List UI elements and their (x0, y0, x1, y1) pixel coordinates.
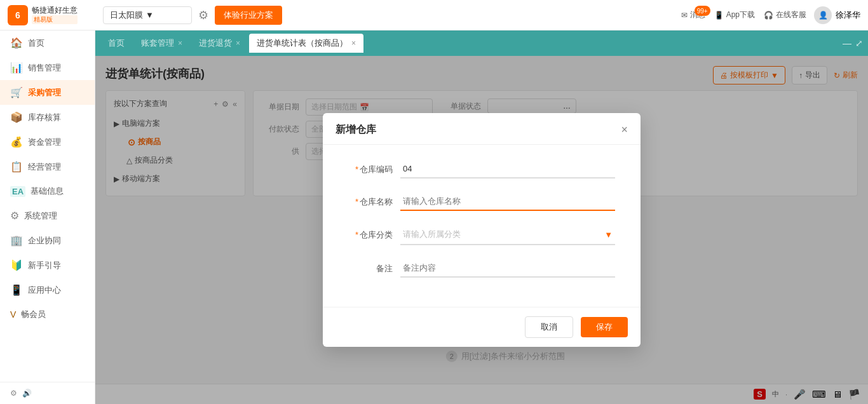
tab-returns[interactable]: 进货退货 × (191, 34, 248, 53)
sidebar-item-apps[interactable]: 📱 应用中心 (0, 278, 95, 302)
finance-icon: 💰 (10, 136, 23, 148)
modal-overlay: 新增仓库 × *仓库编码 (95, 56, 868, 404)
main-layout: 🏠 首页 📊 销售管理 🛒 采购管理 📦 库存核算 💰 资金管理 📋 经营管理 … (0, 30, 868, 404)
modal-header: 新增仓库 × (323, 113, 641, 145)
inventory-icon: 📦 (10, 111, 23, 123)
content-area: 首页 账套管理 × 进货退货 × 进货单统计表（按商品） × — ⤢ 进货单统计… (95, 30, 868, 404)
avatar: 👤 (814, 6, 832, 24)
user-area[interactable]: 👤 徐泽华 (814, 6, 860, 24)
sidebar-item-inventory[interactable]: 📦 库存核算 (0, 105, 95, 130)
sidebar-label-apps: 应用中心 (28, 285, 61, 296)
vip-icon: V (10, 309, 16, 320)
tab-returns-label: 进货退货 (199, 37, 232, 49)
message-icon-item[interactable]: ✉ 消息 99+ (681, 10, 705, 20)
sidebar-label-vip: 畅会员 (21, 309, 46, 320)
mobile-icon: 📱 (714, 11, 724, 20)
gear-icon[interactable]: ⚙ (198, 8, 208, 22)
sidebar-bottom: ⚙ 🔊 (0, 382, 95, 404)
topbar: 6 畅捷通好生意 精易版 日太阳膜 ▼ ⚙ 体验行业方案 ✉ 消息 99+ 📱 … (0, 0, 868, 30)
user-name: 徐泽华 (836, 10, 860, 21)
tab-accounts-close[interactable]: × (178, 39, 182, 48)
service-item[interactable]: 🎧 在线客服 (764, 10, 806, 20)
tab-bar: 首页 账套管理 × 进货退货 × 进货单统计表（按商品） × — ⤢ (95, 30, 868, 56)
store-selector[interactable]: 日太阳膜 ▼ (103, 6, 192, 24)
name-label: *仓库名称 (348, 196, 393, 208)
system-icon: ⚙ (10, 210, 19, 222)
category-label: *仓库分类 (348, 229, 393, 241)
tab-stats-label: 进货单统计表（按商品） (257, 37, 348, 49)
warehouse-code-input[interactable] (400, 160, 615, 178)
enterprise-icon: 🏢 (10, 234, 23, 246)
warehouse-remark-input[interactable] (400, 259, 615, 278)
home-icon: 🏠 (10, 37, 23, 49)
service-label: 在线客服 (776, 10, 806, 20)
tab-returns-close[interactable]: × (236, 39, 240, 48)
settings-bottom-icon[interactable]: ⚙ (10, 389, 17, 398)
sidebar-item-enterprise[interactable]: 🏢 企业协同 (0, 228, 95, 253)
sidebar-label-business: 经营管理 (28, 161, 61, 173)
tab-minimize-icon[interactable]: — (843, 38, 851, 48)
purchase-icon: 🛒 (10, 86, 23, 98)
tab-stats[interactable]: 进货单统计表（按商品） × (249, 34, 363, 53)
sidebar-label-guide: 新手引导 (28, 260, 61, 271)
category-dropdown-icon: ▼ (604, 230, 613, 239)
logo-badge: 精易版 (32, 15, 78, 24)
remark-label: 备注 (348, 263, 393, 274)
modal-body: *仓库编码 *仓库名称 (323, 145, 641, 307)
app-download-item[interactable]: 📱 App下载 (714, 10, 755, 20)
tab-controls: — ⤢ (843, 38, 863, 48)
modal-close-icon[interactable]: × (621, 123, 628, 137)
sidebar-label-purchase: 采购管理 (28, 87, 61, 98)
logo-area: 6 畅捷通好生意 精易版 (8, 5, 97, 25)
speaker-bottom-icon[interactable]: 🔊 (22, 389, 32, 398)
tab-expand-icon[interactable]: ⤢ (855, 38, 863, 48)
form-row-category: *仓库分类 请输入所属分类 ▼ (348, 225, 615, 245)
form-row-code: *仓库编码 (348, 160, 615, 178)
sidebar-label-finance: 资金管理 (28, 137, 61, 148)
business-icon: 📋 (10, 161, 23, 173)
tab-home[interactable]: 首页 (100, 34, 132, 53)
apps-icon: 📱 (10, 284, 23, 296)
sidebar: 🏠 首页 📊 销售管理 🛒 采购管理 📦 库存核算 💰 资金管理 📋 经营管理 … (0, 30, 95, 404)
warehouse-category-select[interactable]: 请输入所属分类 ▼ (400, 225, 615, 245)
cancel-button[interactable]: 取消 (525, 316, 573, 338)
sidebar-item-home[interactable]: 🏠 首页 (0, 30, 95, 55)
modal-footer: 取消 保存 (323, 307, 641, 347)
tab-stats-close[interactable]: × (351, 39, 356, 48)
tab-home-label: 首页 (108, 37, 125, 49)
sidebar-item-vip[interactable]: V 畅会员 (0, 302, 95, 327)
sidebar-item-sales[interactable]: 📊 销售管理 (0, 55, 95, 80)
headset-icon: 🎧 (764, 11, 773, 20)
basic-icon: EA (10, 186, 25, 197)
sidebar-label-sales: 销售管理 (28, 62, 61, 74)
tab-accounts-label: 账套管理 (141, 37, 174, 49)
save-button[interactable]: 保存 (581, 317, 628, 337)
sidebar-item-finance[interactable]: 💰 资金管理 (0, 130, 95, 154)
app-label: App下载 (726, 10, 755, 20)
sidebar-label-enterprise: 企业协同 (28, 235, 61, 246)
sidebar-label-basic: 基础信息 (31, 185, 64, 197)
sidebar-item-basic[interactable]: EA 基础信息 (0, 179, 95, 203)
sidebar-item-system[interactable]: ⚙ 系统管理 (0, 203, 95, 228)
form-row-name: *仓库名称 (348, 192, 615, 211)
logo-text: 畅捷通好生意 (32, 6, 78, 16)
sales-icon: 📊 (10, 62, 23, 74)
warehouse-name-input[interactable] (400, 192, 615, 211)
message-badge: 99+ (695, 6, 710, 16)
form-row-remark: 备注 (348, 259, 615, 278)
sidebar-item-business[interactable]: 📋 经营管理 (0, 154, 95, 179)
modal-add-warehouse: 新增仓库 × *仓库编码 (323, 113, 641, 347)
page-content: 进货单统计(按商品) 🖨 按模板打印 ▼ ↑ 导出 ↻ 刷新 (95, 56, 868, 404)
message-icon: ✉ (681, 11, 688, 20)
sidebar-item-guide[interactable]: 🔰 新手引导 (0, 253, 95, 278)
code-label: *仓库编码 (348, 164, 393, 175)
sidebar-label-system: 系统管理 (24, 210, 57, 222)
tab-accounts[interactable]: 账套管理 × (133, 34, 190, 53)
modal-title: 新增仓库 (336, 123, 376, 137)
logo-icon: 6 (8, 5, 28, 25)
sidebar-label-home: 首页 (28, 37, 44, 49)
sidebar-label-inventory: 库存核算 (28, 112, 61, 123)
topbar-actions: ✉ 消息 99+ 📱 App下载 🎧 在线客服 👤 徐泽华 (681, 6, 860, 24)
trial-button[interactable]: 体验行业方案 (215, 6, 282, 25)
sidebar-item-purchase[interactable]: 🛒 采购管理 (0, 80, 95, 105)
